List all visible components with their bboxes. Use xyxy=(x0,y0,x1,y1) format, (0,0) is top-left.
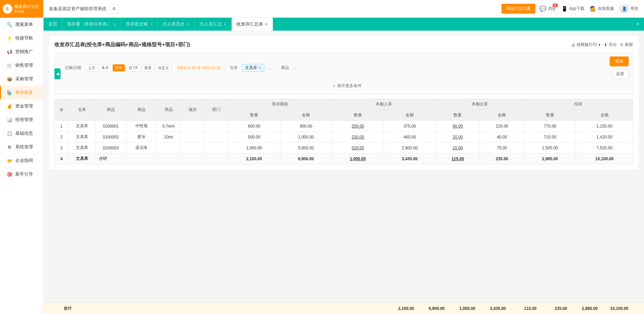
cell-out-qty[interactable]: 80.00 xyxy=(436,121,480,132)
total-bal-qty: 2,985.00 xyxy=(571,306,601,311)
topbar: 装备及固定资产辅助管理系统 ⚙ 体验行业方案 💬 消息 6 📱 App下载 💁 … xyxy=(44,0,644,18)
date-range: 2023-01-01 至 2023-12-31 xyxy=(177,65,221,70)
th-settings[interactable]: ⚙ xyxy=(55,99,68,121)
cell-in-qty[interactable]: 520.00 xyxy=(332,143,384,153)
th-code: 商品 xyxy=(96,99,126,121)
sidebar-item-sales[interactable]: 🛒销售管理 xyxy=(0,59,43,72)
sidebar-label-purchase: 采购管理 xyxy=(15,76,33,82)
sidebar-nav: 🔍搜索菜单⚡快捷导航📢营销推广🛒销售管理📦采购管理🏪库存核算💰资金管理📊经营管理… xyxy=(0,18,43,314)
tab-close-3[interactable]: × xyxy=(187,21,189,27)
trial-btn[interactable]: 体验行业方案 xyxy=(501,4,535,14)
sidebar-item-marketing[interactable]: 📢营销推广 xyxy=(0,45,43,59)
st-out-qty[interactable]: 115.00 xyxy=(436,153,480,164)
system-title: 装备及固定资产辅助管理系统 xyxy=(49,6,106,12)
logo-icon: 6 xyxy=(3,4,12,14)
btn-query[interactable]: 查询 xyxy=(610,56,629,66)
warehouse-tag-close[interactable]: × xyxy=(259,65,261,70)
data-table: ⚙ 仓库 商品 商品 商品 项目 部门 库存期初 本期入库 本期出库 结存 xyxy=(54,99,633,164)
goods-ellipsis[interactable]: ... xyxy=(293,65,297,70)
sidebar-item-basic[interactable]: 📋基础信息 xyxy=(0,127,43,140)
topbar-settings-btn[interactable]: ⚙ xyxy=(109,4,119,14)
topbar-online-service[interactable]: 💁 在线客服 xyxy=(590,6,614,12)
sidebar-item-business[interactable]: 📊经营管理 xyxy=(0,113,43,127)
date-btn-上月[interactable]: 上月 xyxy=(85,64,98,71)
basic-icon: 📋 xyxy=(6,130,13,136)
sidebar-item-system[interactable]: ⚙系统管理 xyxy=(0,140,43,154)
filter-toggle-btn[interactable]: ◀ xyxy=(54,68,61,79)
btn-print[interactable]: 🖨 按模板打印 ▾ xyxy=(571,42,600,48)
topbar-message[interactable]: 💬 消息 6 xyxy=(540,5,556,12)
date-btn-自定义[interactable]: 自定义 xyxy=(155,64,171,71)
expand-more-btn[interactable]: ✓ 展开更多条件 xyxy=(65,81,629,91)
sidebar: 6 畅捷通好生意 标准版 🔍搜索菜单⚡快捷导航📢营销推广🛒销售管理📦采购管理🏪库… xyxy=(0,0,44,314)
tab-item-4[interactable]: 出入库汇总× xyxy=(195,18,232,31)
tab-item-5[interactable]: 收发存汇总表× xyxy=(232,18,273,31)
content-area: 收发存汇总表(按仓库+商品编码+商品+规格型号+项目+部门) 🖨 按模板打印 ▾… xyxy=(44,31,644,302)
tab-close-5[interactable]: × xyxy=(265,21,268,27)
warehouse-ellipsis[interactable]: ... xyxy=(268,65,273,70)
tab-label-1: 现存量（库存分布表） xyxy=(67,21,111,27)
date-btn-本月[interactable]: 本月 xyxy=(99,64,111,71)
cell-project xyxy=(181,132,204,143)
th-out-amt: 金额 xyxy=(480,110,524,121)
cell-in-qty[interactable]: 230.00 xyxy=(332,132,384,143)
tab-item-1[interactable]: 现存量（库存分布表）× xyxy=(62,18,121,31)
system-icon: ⚙ xyxy=(6,144,13,150)
sidebar-label-marketing: 营销推广 xyxy=(15,49,33,55)
sidebar-label-guide: 新手引导 xyxy=(15,171,33,177)
tab-label-5: 收发存汇总表 xyxy=(236,21,263,27)
date-shortcuts: 上月本月本年近7天更多自定义 xyxy=(85,64,171,71)
cell-project xyxy=(181,143,204,153)
cell-in-qty[interactable]: 250.00 xyxy=(332,121,384,132)
tabs-bar-close[interactable]: × xyxy=(631,21,644,27)
th-dept: 部门 xyxy=(204,99,228,121)
sidebar-item-quick[interactable]: ⚡快捷导航 xyxy=(0,31,43,45)
btn-filter-settings[interactable]: 设置 xyxy=(612,69,629,79)
th-init-amt: 金额 xyxy=(280,110,332,121)
cell-bal-qty: 710.00 xyxy=(524,132,576,143)
sidebar-item-purchase[interactable]: 📦采购管理 xyxy=(0,72,43,86)
btn-export[interactable]: ⬇ 导出 xyxy=(604,42,617,48)
cell-out-amt: 120.00 xyxy=(480,121,524,132)
sidebar-item-search[interactable]: 🔍搜索菜单 xyxy=(0,18,43,31)
tab-item-0[interactable]: 首页 xyxy=(44,18,62,31)
tab-close-1[interactable]: × xyxy=(113,21,116,27)
th-out-qty: 数量 xyxy=(436,110,480,121)
cell-num: 3 xyxy=(55,143,68,153)
cell-in-amt: 460.00 xyxy=(384,132,436,143)
btn-refresh[interactable]: ↻ 刷新 xyxy=(620,42,633,48)
cell-out-amt: 75.00 xyxy=(480,143,524,153)
goods-label: 商品 xyxy=(281,65,289,71)
topbar-user[interactable]: 👤 用友 xyxy=(620,4,639,14)
cell-dept xyxy=(204,132,228,143)
sidebar-item-corp[interactable]: 🤝企业协同 xyxy=(0,154,43,167)
date-btn-更多[interactable]: 更多 xyxy=(142,64,154,71)
business-icon: 📊 xyxy=(6,117,13,123)
sidebar-item-inventory[interactable]: 🏪库存核算 xyxy=(0,86,43,99)
cell-out-qty[interactable]: 20.00 xyxy=(436,132,480,143)
tab-close-4[interactable]: × xyxy=(224,21,227,27)
cell-out-qty[interactable]: 15.00 xyxy=(436,143,480,153)
cell-project xyxy=(181,121,204,132)
topbar-app-download[interactable]: 📱 App下载 xyxy=(561,6,584,12)
st-in-qty[interactable]: 1,000.00 xyxy=(332,153,384,164)
sidebar-label-corp: 企业协同 xyxy=(15,158,33,164)
page-title: 收发存汇总表(按仓库+商品编码+商品+规格型号+项目+部门) xyxy=(54,42,190,48)
finance-icon: 💰 xyxy=(6,103,13,109)
quick-icon: ⚡ xyxy=(6,35,13,41)
cell-bal-amt: 1,155.00 xyxy=(576,121,633,132)
tab-close-2[interactable]: × xyxy=(150,21,153,27)
th-in-qty: 数量 xyxy=(332,110,384,121)
cell-init-amt: 5,000.00 xyxy=(280,143,332,153)
sidebar-label-search: 搜索菜单 xyxy=(15,21,33,28)
sidebar-item-guide[interactable]: 🎯新手引导 xyxy=(0,167,43,181)
date-btn-本年[interactable]: 本年 xyxy=(113,64,125,71)
app-name: 畅捷通好生意 xyxy=(14,4,39,10)
st-bal-qty: 2,985.00 xyxy=(524,153,576,164)
tab-item-2[interactable]: 库存批次账× xyxy=(121,18,158,31)
tab-item-3[interactable]: 出入库流水× xyxy=(158,18,195,31)
date-btn-近7天[interactable]: 近7天 xyxy=(126,64,141,71)
sidebar-item-finance[interactable]: 💰资金管理 xyxy=(0,99,43,113)
warehouse-label: 仓库 xyxy=(230,65,238,71)
user-avatar: 👤 xyxy=(620,4,629,14)
